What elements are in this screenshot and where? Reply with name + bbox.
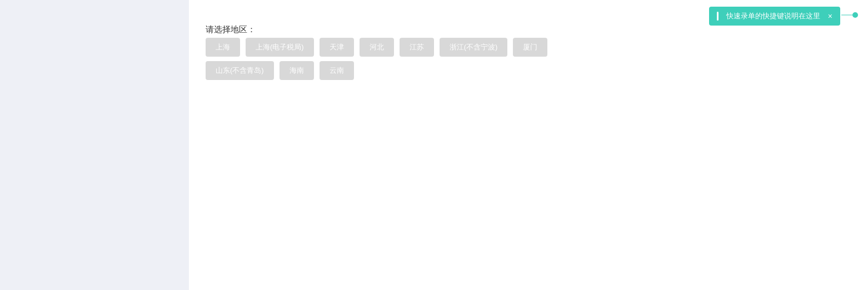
region-btn-jiangsu[interactable]: 江苏 bbox=[400, 38, 434, 57]
region-btn-tianjin[interactable]: 天津 bbox=[320, 38, 354, 57]
main-content: 请选择地区： 上海 上海(电子税局) 天津 河北 江苏 浙江(不含宁波) 厦门 … bbox=[189, 0, 868, 290]
region-btn-yunnan[interactable]: 云南 bbox=[320, 61, 354, 80]
region-buttons-row2: 山东(不含青岛) 海南 云南 bbox=[206, 61, 354, 80]
region-btn-zhejiang[interactable]: 浙江(不含宁波) bbox=[440, 38, 508, 57]
tooltip-banner: 快速录单的快捷键说明在这里 × bbox=[709, 7, 840, 26]
sidebar bbox=[0, 0, 189, 290]
region-btn-shanghai[interactable]: 上海 bbox=[206, 38, 240, 57]
dot-indicator bbox=[852, 12, 858, 18]
region-buttons-row1: 上海 上海(电子税局) 天津 河北 江苏 浙江(不含宁波) 厦门 bbox=[206, 38, 547, 57]
tooltip-bar-decoration bbox=[717, 12, 719, 21]
region-btn-xiamen[interactable]: 厦门 bbox=[513, 38, 547, 57]
region-btn-shandong[interactable]: 山东(不含青岛) bbox=[206, 61, 274, 80]
tooltip-text: 快速录单的快捷键说明在这里 bbox=[726, 11, 820, 21]
tooltip-close-button[interactable]: × bbox=[828, 12, 832, 21]
region-btn-hebei[interactable]: 河北 bbox=[360, 38, 394, 57]
region-btn-hainan[interactable]: 海南 bbox=[280, 61, 314, 80]
page-label: 请选择地区： bbox=[206, 24, 256, 35]
region-btn-shanghai-etax[interactable]: 上海(电子税局) bbox=[246, 38, 314, 57]
